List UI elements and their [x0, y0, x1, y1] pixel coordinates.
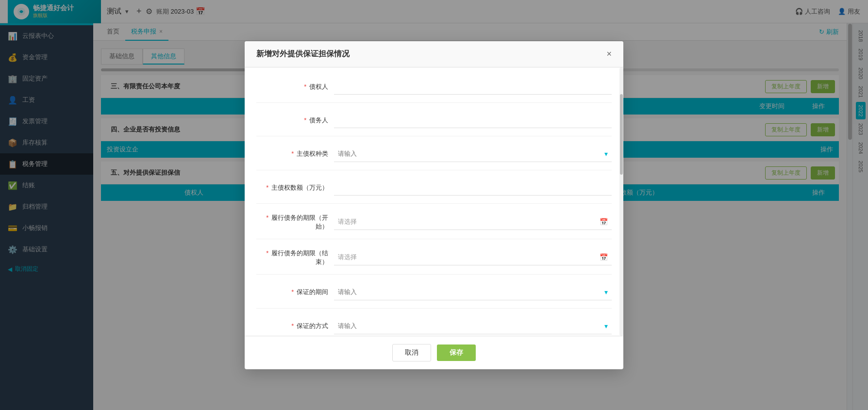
scroll-thumb: [620, 94, 623, 175]
form-row-claim-type: * 主债权种类 ▾: [256, 146, 612, 170]
form-row-creditor: * 债权人: [256, 79, 612, 103]
claim-type-required-star: *: [291, 150, 294, 157]
form-row-claim-amount: * 主债权数额（万元）: [256, 180, 612, 204]
period-start-calendar-icon[interactable]: 📅: [596, 218, 612, 226]
period-start-placeholder[interactable]: 请选择: [334, 214, 596, 230]
form-row-period-end: * 履行债务的期限（结束） 请选择 📅: [256, 249, 612, 275]
dialog-close-button[interactable]: ×: [606, 49, 612, 59]
form-row-period-start: * 履行债务的期限（开始） 请选择 📅: [256, 213, 612, 239]
guarantee-period-arrow-icon[interactable]: ▾: [601, 288, 612, 296]
dialog-header: 新增对外提供保证担保情况 ×: [245, 41, 623, 67]
dialog-body: * 债权人 * 债务人 * 主债权种类 ▾: [245, 67, 623, 336]
debtor-required-star: *: [304, 116, 306, 124]
period-end-placeholder[interactable]: 请选择: [334, 249, 596, 265]
period-end-label: * 履行债务的期限（结束）: [256, 249, 334, 266]
period-start-required-star: *: [266, 214, 268, 221]
period-end-date-wrap: 请选择 📅: [334, 249, 612, 265]
claim-type-input[interactable]: [334, 146, 601, 162]
guarantee-period-label: * 保证的期间: [256, 288, 334, 296]
debtor-label: * 债务人: [256, 116, 334, 125]
dialog-footer: 取消 保存: [245, 336, 623, 369]
guarantee-method-required-star: *: [291, 322, 294, 329]
guarantee-method-select-wrap: ▾: [334, 318, 612, 334]
dialog-title: 新增对外提供保证担保情况: [256, 49, 350, 59]
claim-amount-input[interactable]: [334, 180, 612, 196]
period-end-required-star: *: [266, 249, 268, 257]
scroll-track: [619, 67, 623, 336]
guarantee-method-input[interactable]: [334, 318, 601, 334]
form-row-debtor: * 债务人: [256, 113, 612, 136]
guarantee-method-arrow-icon[interactable]: ▾: [601, 322, 612, 330]
guarantee-period-required-star: *: [291, 288, 294, 295]
period-start-label: * 履行债务的期限（开始）: [256, 213, 334, 231]
claim-amount-label: * 主债权数额（万元）: [256, 183, 334, 192]
creditor-required-star: *: [304, 83, 306, 90]
claim-amount-required-star: *: [266, 184, 268, 191]
creditor-input[interactable]: [334, 79, 612, 95]
form-row-guarantee-period: * 保证的期间 ▾: [256, 284, 612, 309]
form-row-guarantee-method: * 保证的方式 ▾: [256, 318, 612, 336]
dialog-scrollbar[interactable]: [619, 67, 623, 336]
guarantee-period-input[interactable]: [334, 284, 601, 300]
debtor-input[interactable]: [334, 113, 612, 128]
guarantee-method-label: * 保证的方式: [256, 322, 334, 330]
save-button[interactable]: 保存: [437, 344, 476, 361]
claim-type-arrow-icon[interactable]: ▾: [601, 150, 612, 158]
add-guarantee-dialog: 新增对外提供保证担保情况 × * 债权人 * 债务人: [245, 41, 623, 369]
period-start-date-wrap: 请选择 📅: [334, 214, 612, 230]
cancel-button[interactable]: 取消: [392, 344, 431, 361]
period-end-calendar-icon[interactable]: 📅: [596, 253, 612, 261]
guarantee-period-select-wrap: ▾: [334, 284, 612, 300]
claim-type-select-wrap: ▾: [334, 146, 612, 162]
claim-type-label: * 主债权种类: [256, 149, 334, 158]
creditor-label: * 债权人: [256, 82, 334, 91]
